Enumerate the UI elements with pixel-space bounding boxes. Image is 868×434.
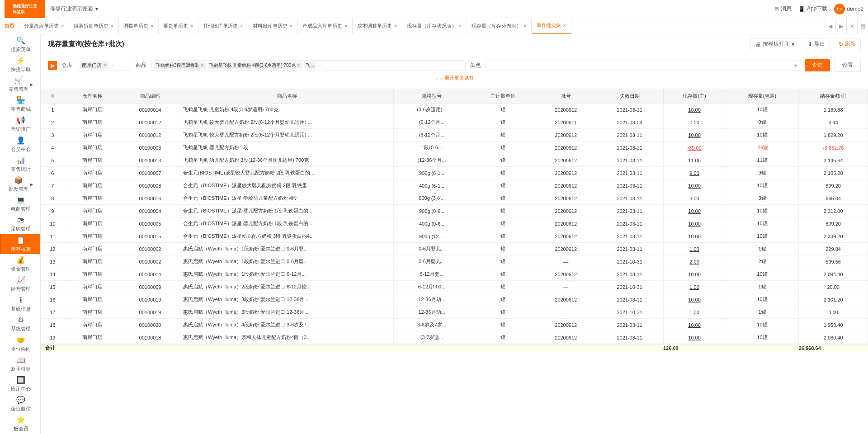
tab-zuzhuang[interactable]: 组装拆卸单历史 ✕	[69, 18, 119, 34]
tab-close-icon[interactable]: ✕	[394, 24, 397, 28]
tab-close-icon[interactable]: ✕	[240, 24, 243, 28]
apps-icon: 🔲	[16, 376, 25, 384]
tab-close-icon[interactable]: ✕	[344, 24, 348, 28]
tab-yaohuo[interactable]: 要货单历史 ✕	[159, 18, 198, 34]
tab-close-icon[interactable]: ✕	[523, 24, 527, 28]
cell-qty-main[interactable]: 10.00	[663, 319, 726, 331]
query-btn[interactable]: 查询	[805, 59, 830, 71]
cell-qty-main[interactable]: 10.00	[663, 268, 726, 281]
tab-next-btn[interactable]: ▶	[835, 18, 846, 34]
sidebar-item-nav[interactable]: ⚡ 快捷导航	[0, 54, 40, 74]
tab-close-all-btn[interactable]: ✕	[846, 18, 857, 34]
cell-code: 00100009	[120, 281, 180, 293]
store-selector[interactable]: 母婴行业演示账套 ▾	[45, 0, 105, 18]
warehouse-input[interactable]: 南岸门店 ✕ ···	[77, 60, 131, 71]
col-settings[interactable]: ⚙	[41, 89, 65, 104]
cell-qty-main[interactable]: 10.00	[663, 129, 726, 142]
product-more-btn[interactable]: ···	[318, 62, 322, 69]
col-expire: 失效日期	[596, 89, 663, 104]
cell-qty-main[interactable]: 10.00	[663, 230, 726, 243]
cell-qty-main[interactable]: 0.00	[663, 116, 726, 129]
cell-code: 00100012	[120, 116, 180, 129]
sidebar-item-wechat[interactable]: 💬 企业微信	[0, 394, 40, 414]
cell-warehouse: 南岸门店	[65, 104, 120, 116]
tab-close-icon[interactable]: ✕	[190, 24, 193, 28]
tab-chanchengpin[interactable]: 产成品入库单历史 ✕	[298, 18, 353, 34]
cell-name: 惠氏启赋（Wyeth illuma）1段奶粉 爱尔兰进口 0-6月婴...	[180, 243, 394, 255]
tab-cailiao[interactable]: 材料出库单历史 ✕	[248, 18, 298, 34]
cell-qty-main[interactable]: 10.00	[663, 217, 726, 230]
tab-chengben[interactable]: 成本调整单历史 ✕	[353, 18, 402, 34]
sidebar-item-corp[interactable]: 🤝 企业协同	[0, 334, 40, 354]
tab-home[interactable]: 首页	[0, 18, 19, 34]
sidebar-item-ecom[interactable]: 💻 电商管理	[0, 194, 40, 214]
cell-qty-main[interactable]: 1.00	[663, 281, 726, 293]
sidebar-item-retail[interactable]: 🛒 零售管理 ▶	[0, 74, 40, 94]
print-btn[interactable]: 🖨 按模板打印 ▾	[750, 38, 799, 50]
product-tag-2-close[interactable]: ✕	[297, 63, 300, 68]
sidebar-item-guide[interactable]: 📖 新手引导	[0, 354, 40, 374]
tab-prev-btn[interactable]: ◀	[825, 18, 835, 34]
cell-expire: 2021-03-11	[596, 205, 663, 217]
sidebar-item-finance[interactable]: 💰 资金管理	[0, 254, 40, 274]
user-avatar[interactable]: Ea demo2	[834, 4, 863, 14]
cell-qty-main[interactable]: 3.00	[663, 192, 726, 205]
cell-qty-main[interactable]: 1.00	[663, 243, 726, 255]
cell-qty-main[interactable]: 2.00	[663, 255, 726, 268]
sidebar-item-inventory[interactable]: 📋 库存核算	[0, 234, 40, 254]
cell-expire: 2021-03-04	[596, 116, 663, 129]
sidebar-item-business[interactable]: 📈 经营管理	[0, 274, 40, 294]
sidebar-item-search[interactable]: 🔍 搜索英单	[0, 34, 40, 54]
cell-qty-main[interactable]: 11.00	[663, 154, 726, 167]
tab-xiancunliang1[interactable]: 现存量（库存状况表） ✕	[402, 18, 467, 34]
expand-more-btn[interactable]: ⌄⌄ 展开更多条件	[48, 72, 861, 84]
cell-qty-main[interactable]: 10.00	[663, 293, 726, 306]
sidebar-item-system[interactable]: ⚙ 系统管理	[0, 314, 40, 334]
sidebar-item-stats[interactable]: 📊 零售统计	[0, 154, 40, 174]
tab-diaobodanji[interactable]: 调拨单历史 ✕	[119, 18, 159, 34]
cell-qty-main[interactable]: -39.00	[663, 142, 726, 154]
tab-menu-btn[interactable]: ▤	[857, 18, 868, 34]
settings-btn[interactable]: 设置	[835, 59, 861, 72]
cell-qty-main[interactable]: 10.00	[663, 179, 726, 192]
cell-qty-main[interactable]: 1.00	[663, 306, 726, 319]
cell-qty-main[interactable]: 10.00	[663, 205, 726, 217]
sidebar-item-mall[interactable]: 🏪 零售商城	[0, 94, 40, 114]
expand-search-btn[interactable]: ▶	[48, 61, 57, 70]
product-input[interactable]: 飞鹤奶粉3段同源搜装 ✕ 飞鹤星飞帆 儿童奶粉 4段(3-6岁适用) 700克 …	[151, 60, 466, 71]
sidebar-item-basic[interactable]: ℹ 基础信息	[0, 294, 40, 314]
cell-qty-main[interactable]: 9.00	[663, 167, 726, 179]
message-btn[interactable]: ✉ 消息	[774, 5, 792, 13]
sidebar-item-apps[interactable]: 🔲 应用中心	[0, 374, 40, 394]
tab-xiancunliang2[interactable]: 现存量（库存分布表） ✕	[467, 18, 532, 34]
sidebar-item-member[interactable]: 👤 会员中心	[0, 134, 40, 154]
cell-name: 惠氏启赋（Wyeth illuma）亲和人体儿童配方奶粉4段（3...	[180, 331, 394, 344]
refresh-btn[interactable]: ↻ 刷新	[834, 38, 861, 50]
color-dropdown-icon: ▾	[794, 62, 797, 69]
tab-close-icon[interactable]: ✕	[61, 24, 64, 28]
sidebar-item-purchase[interactable]: 🛍 采购管理	[0, 214, 40, 234]
page-title: 现存量查询(按仓库+批次)	[48, 40, 124, 48]
tab-close-icon[interactable]: ✕	[110, 24, 114, 28]
search-row: ▶ 仓库 南岸门店 ✕ ··· 商品 飞鹤奶粉3段同源搜装	[48, 59, 861, 72]
tab-kucunpicizhen[interactable]: 库存批次账 ✕	[532, 18, 571, 34]
cell-no: 12	[41, 243, 65, 255]
tab-fenliangpandian[interactable]: 分量盘点单历史 ✕	[19, 18, 69, 34]
warehouse-more-btn[interactable]: ···	[110, 62, 115, 69]
cell-expire: 2021-03-11	[596, 331, 663, 344]
export-btn[interactable]: ⬇ 导出	[803, 38, 830, 50]
product-tag-1-close[interactable]: ✕	[200, 63, 204, 68]
tab-close-icon[interactable]: ✕	[563, 23, 566, 28]
sidebar-item-marketing[interactable]: 📢 营销推广	[0, 114, 40, 134]
tab-qitachuku[interactable]: 其他出库单历史 ✕	[198, 18, 248, 34]
tab-close-icon[interactable]: ✕	[150, 24, 154, 28]
warehouse-tag-close[interactable]: ✕	[103, 63, 107, 68]
cell-qty-main[interactable]: 10.00	[663, 331, 726, 344]
cell-qty-main[interactable]: 10.00	[663, 104, 726, 116]
color-input[interactable]: ▾	[486, 61, 800, 71]
sidebar-item-vip[interactable]: ⭐ 畅会员	[0, 414, 40, 434]
sidebar-item-wholesale[interactable]: 📦 批发管理 ▶	[0, 174, 40, 194]
tab-close-icon[interactable]: ✕	[289, 24, 293, 28]
tab-close-icon[interactable]: ✕	[458, 24, 462, 28]
app-download-btn[interactable]: 📱 App下载	[798, 5, 827, 13]
